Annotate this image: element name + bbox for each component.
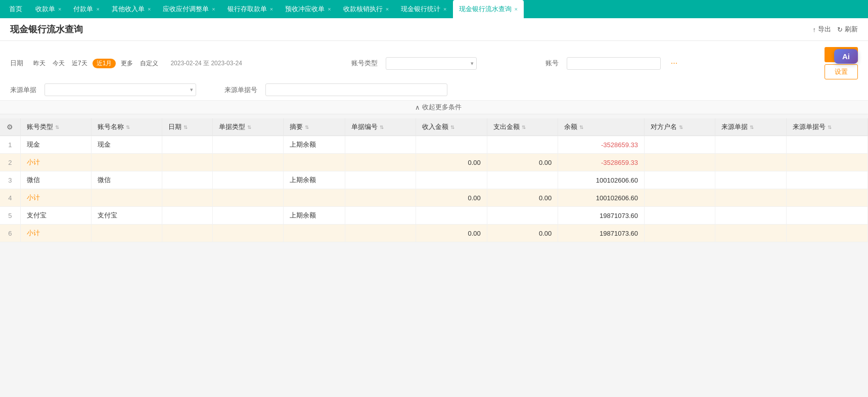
- cell-income: [416, 171, 487, 189]
- nav-tab-5[interactable]: 预收冲应收单 ×: [279, 0, 337, 18]
- nav-tab-6[interactable]: 收款核销执行 ×: [337, 0, 395, 18]
- date-shortcuts: 昨天 今天 近7天 近1月 更多 自定义: [31, 59, 160, 68]
- col-header-balance[interactable]: 余额⇅: [558, 118, 645, 136]
- cell-account_type: 微信: [20, 171, 91, 189]
- col-header-expense[interactable]: 支出金额⇅: [487, 118, 558, 136]
- nav-tab-8[interactable]: 现金银行流水查询 ×: [453, 0, 524, 18]
- cell-expense: 0.00: [487, 189, 558, 207]
- cell-expense: 0.00: [487, 154, 558, 171]
- filter-area: 日期 昨天 今天 近7天 近1月 更多 自定义 2023-02-24 至 202…: [0, 41, 868, 114]
- page-title: 现金银行流水查询: [10, 23, 83, 35]
- date-1month[interactable]: 近1月: [93, 59, 116, 68]
- table-row: 5支付宝支付宝上期余额19871073.60: [0, 207, 868, 225]
- sort-icon: ⇅: [305, 124, 309, 130]
- source-doc-select[interactable]: [44, 83, 196, 96]
- date-yesterday[interactable]: 昨天: [31, 59, 48, 68]
- col-header-source-doc[interactable]: 来源单据⇅: [715, 118, 786, 136]
- cell-doc_no: [345, 189, 416, 207]
- sort-icon: ⇅: [828, 124, 832, 130]
- ellipsis-button[interactable]: ···: [669, 59, 679, 68]
- close-icon[interactable]: ×: [328, 0, 331, 18]
- col-header-doc-type[interactable]: 单据类型⇅: [212, 118, 283, 136]
- cell-doc_type: [212, 189, 283, 207]
- cell-balance: 100102606.60: [558, 189, 645, 207]
- cell-summary: 上期余额: [284, 136, 345, 154]
- table-row: 2小计0.000.00-3528659.33: [0, 154, 868, 171]
- close-icon[interactable]: ×: [212, 0, 215, 18]
- cell-income: 0.00: [416, 189, 487, 207]
- date-7days[interactable]: 近7天: [70, 59, 89, 68]
- table-row: 4小计0.000.00100102606.60: [0, 189, 868, 207]
- col-header-date[interactable]: 日期⇅: [162, 118, 212, 136]
- filter-row-2: 来源单据 ▾ 来源单据号: [10, 83, 858, 96]
- refresh-button[interactable]: ↻ 刷新: [837, 25, 858, 34]
- table-row: 1现金现金上期余额-3528659.33: [0, 136, 868, 154]
- sort-icon: ⇅: [184, 124, 188, 130]
- close-icon[interactable]: ×: [386, 0, 389, 18]
- sort-icon: ⇅: [55, 124, 59, 130]
- settings-icon[interactable]: ⚙: [7, 123, 13, 131]
- cell-source_doc_no: [786, 171, 867, 189]
- sort-icon: ⇅: [126, 124, 130, 130]
- nav-tab-1[interactable]: 付款单 ×: [67, 0, 105, 18]
- date-today[interactable]: 今天: [51, 59, 67, 68]
- col-header-account-name[interactable]: 账号名称⇅: [91, 118, 162, 136]
- ai-badge[interactable]: Ai: [834, 49, 858, 64]
- row-number: 5: [0, 207, 20, 225]
- cell-counterpart: [644, 136, 715, 154]
- col-header-doc-no[interactable]: 单据编号⇅: [345, 118, 416, 136]
- close-icon[interactable]: ×: [270, 0, 273, 18]
- cell-source_doc: [715, 171, 786, 189]
- account-input[interactable]: [567, 57, 661, 70]
- cell-counterpart: [644, 154, 715, 171]
- nav-tab-7[interactable]: 现金银行统计 ×: [395, 0, 452, 18]
- col-header-counterpart[interactable]: 对方户名⇅: [644, 118, 715, 136]
- cell-doc_no: [345, 154, 416, 171]
- col-header-source-doc-no[interactable]: 来源单据号⇅: [786, 118, 867, 136]
- close-icon[interactable]: ×: [148, 0, 151, 18]
- col-header-income[interactable]: 收入金额⇅: [416, 118, 487, 136]
- cell-source_doc_no: [786, 136, 867, 154]
- nav-tab-2[interactable]: 其他收入单 ×: [106, 0, 157, 18]
- source-doc-label: 来源单据: [10, 85, 36, 95]
- subtotal-label: 小计: [27, 158, 40, 166]
- nav-tab-3[interactable]: 应收应付调整单 ×: [157, 0, 221, 18]
- table-body: 1现金现金上期余额-3528659.332小计0.000.00-3528659.…: [0, 136, 868, 242]
- col-header-account-type[interactable]: 账号类型⇅: [20, 118, 91, 136]
- source-doc-no-input[interactable]: [265, 83, 447, 96]
- account-type-select[interactable]: 现金 微信 支付宝: [386, 57, 477, 70]
- table-row: 3微信微信上期余额100102606.60: [0, 171, 868, 189]
- row-number: 1: [0, 136, 20, 154]
- header-actions: ↑ 导出 ↻ 刷新: [813, 25, 858, 34]
- date-custom[interactable]: 自定义: [138, 59, 160, 68]
- sort-icon: ⇅: [522, 124, 526, 130]
- cell-counterpart: [644, 171, 715, 189]
- cell-account_name: 微信: [91, 171, 162, 189]
- cell-summary: [284, 189, 345, 207]
- nav-tab-4[interactable]: 银行存取款单 ×: [221, 0, 279, 18]
- nav-home[interactable]: 首页: [2, 0, 29, 18]
- settings-button[interactable]: 设置: [825, 64, 858, 79]
- refresh-icon: ↻: [837, 26, 843, 33]
- cell-balance: 100102606.60: [558, 171, 645, 189]
- account-label: 账号: [545, 59, 559, 68]
- close-icon[interactable]: ×: [58, 0, 61, 18]
- cell-balance: -3528659.33: [558, 154, 645, 171]
- close-icon[interactable]: ×: [443, 0, 446, 18]
- date-more[interactable]: 更多: [119, 59, 135, 68]
- col-settings[interactable]: ⚙: [0, 118, 20, 136]
- cell-doc_type: [212, 171, 283, 189]
- col-header-summary[interactable]: 摘要⇅: [284, 118, 345, 136]
- close-icon[interactable]: ×: [515, 0, 518, 18]
- sort-icon: ⇅: [750, 124, 754, 130]
- cell-counterpart: [644, 189, 715, 207]
- cell-summary: 上期余额: [284, 171, 345, 189]
- nav-tab-0[interactable]: 收款单 ×: [29, 0, 67, 18]
- cell-doc_type: [212, 225, 283, 242]
- cell-account_type: 小计: [20, 225, 91, 242]
- sort-icon: ⇅: [450, 124, 454, 130]
- collapse-button[interactable]: ∧ 收起更多条件: [0, 100, 868, 114]
- top-nav: 首页 收款单 × 付款单 × 其他收入单 × 应收应付调整单 × 银行存取款单 …: [0, 0, 868, 18]
- close-icon[interactable]: ×: [96, 0, 99, 18]
- export-button[interactable]: ↑ 导出: [813, 25, 832, 34]
